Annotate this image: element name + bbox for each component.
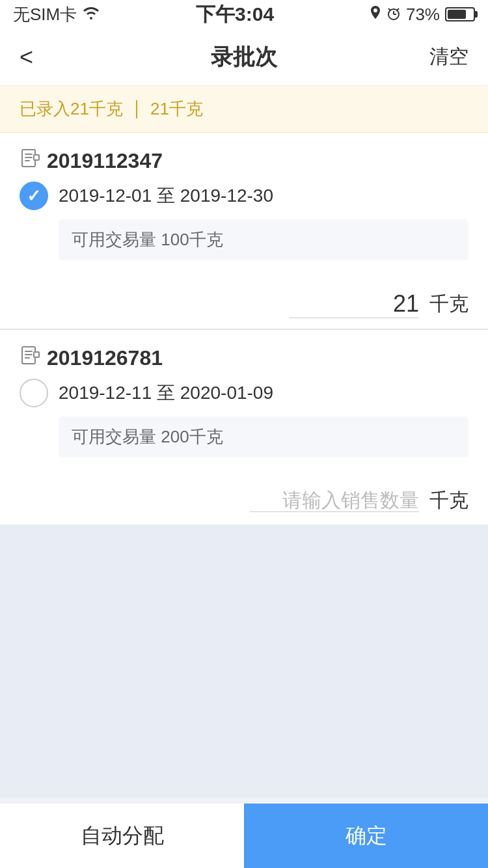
svg-rect-10: [25, 354, 33, 355]
radio-2[interactable]: [20, 379, 48, 407]
location-icon: [370, 5, 381, 25]
svg-rect-4: [25, 154, 33, 155]
batch-doc-icon-1: [20, 148, 40, 174]
status-bar: 无SIM卡 下午3:04 73%: [0, 0, 488, 29]
info-value: 21千克: [150, 98, 203, 120]
info-label: 已录入21千克: [20, 98, 123, 120]
svg-rect-9: [25, 351, 33, 352]
confirm-button[interactable]: 确定: [244, 804, 488, 868]
bottom-bar: 自动分配 确定: [0, 803, 488, 868]
batch-header-2: 2019126781: [20, 346, 468, 371]
amount-unit-1: 千克: [429, 291, 468, 318]
amount-row-1: 千克: [0, 284, 488, 329]
batch-date-row-2[interactable]: 2019-12-11 至 2020-01-09: [20, 379, 468, 407]
sim-text: 无SIM卡: [13, 3, 77, 26]
amount-input-1[interactable]: [289, 290, 419, 318]
info-banner: 已录入21千克 21千克: [0, 86, 488, 133]
batch-id-1: 2019112347: [47, 149, 163, 173]
batch-doc-icon-2: [20, 346, 40, 371]
alarm-icon: [386, 5, 401, 25]
clear-button[interactable]: 清空: [429, 44, 468, 70]
batch-date-row-1[interactable]: 2019-12-01 至 2019-12-30: [20, 182, 468, 210]
auto-assign-button[interactable]: 自动分配: [0, 804, 244, 868]
svg-rect-11: [25, 357, 30, 359]
svg-rect-5: [25, 157, 33, 158]
back-button[interactable]: <: [20, 44, 59, 71]
battery-icon: [445, 7, 475, 21]
radio-1[interactable]: [20, 182, 48, 210]
gray-area: [0, 524, 488, 798]
sales-qty-input-2[interactable]: [250, 489, 419, 512]
page-title: 录批次: [211, 42, 277, 72]
info-divider: [136, 100, 137, 118]
batch-header-1: 2019112347: [20, 148, 468, 174]
svg-rect-6: [25, 160, 30, 161]
status-left: 无SIM卡: [13, 3, 100, 26]
batch-id-2: 2019126781: [47, 346, 163, 370]
status-time: 下午3:04: [196, 1, 274, 28]
batch-item-1: 2019112347 2019-12-01 至 2019-12-30 可用交易量…: [0, 133, 488, 284]
batch-item-2: 2019126781 2019-12-11 至 2020-01-09 可用交易量…: [0, 330, 488, 481]
input-unit-2: 千克: [429, 487, 468, 514]
batch-qty-1: 可用交易量 100千克: [59, 219, 468, 260]
status-right: 73%: [370, 5, 475, 25]
batch-qty-2: 可用交易量 200千克: [59, 416, 468, 457]
batch-date-2: 2019-12-11 至 2020-01-09: [59, 381, 273, 405]
input-row-2: 千克: [0, 481, 488, 524]
nav-bar: < 录批次 清空: [0, 29, 488, 86]
wifi-icon: [82, 5, 100, 23]
batch-date-1: 2019-12-01 至 2019-12-30: [59, 183, 273, 208]
svg-rect-12: [34, 352, 39, 357]
svg-rect-7: [34, 155, 39, 160]
battery-percent: 73%: [406, 5, 440, 25]
